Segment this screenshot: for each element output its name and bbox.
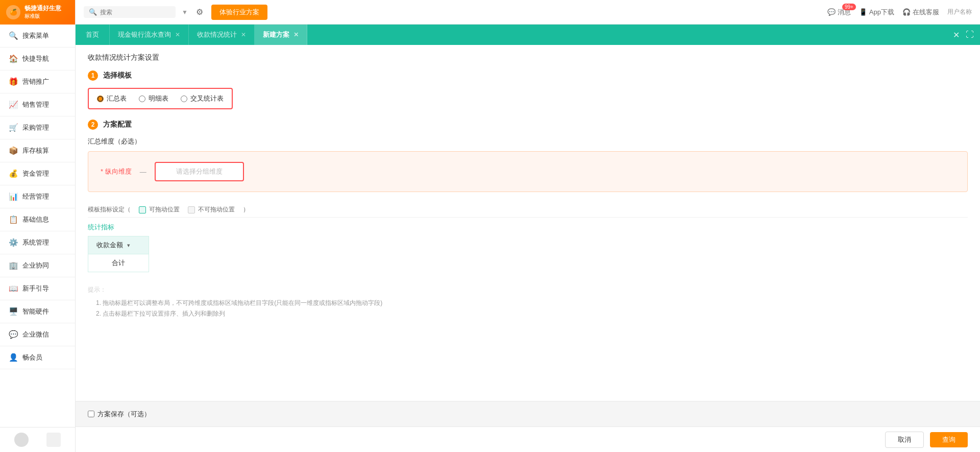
page-footer: 方案保存（可选） — [76, 401, 980, 426]
sidebar-item-marketing[interactable]: 🎁 营销推广 — [0, 70, 75, 93]
tab-close-all-button[interactable]: ✕ — [953, 30, 960, 40]
sidebar-item-system[interactable]: ⚙️ 系统管理 — [0, 231, 75, 254]
trial-button[interactable]: 体验行业方案 — [211, 5, 267, 20]
col-header-dropdown-icon[interactable]: ▾ — [127, 242, 130, 249]
sidebar-item-quicknav[interactable]: 🏠 快捷导航 — [0, 47, 75, 70]
sidebar-item-enterprise[interactable]: 🏢 企业协同 — [0, 254, 75, 277]
inventory-icon: 📦 — [8, 146, 18, 156]
page-content: 收款情况统计方案设置 1 选择模板 汇总表 明细表 — [76, 45, 980, 401]
template-selection-box: 汇总表 明细表 交叉统计表 — [88, 88, 233, 109]
section2-num: 2 — [88, 120, 98, 130]
tab-home[interactable]: 首页 — [76, 25, 110, 45]
tab-bank[interactable]: 现金银行流水查询 ✕ — [110, 25, 189, 45]
member-icon: 👤 — [8, 352, 18, 363]
sidebar-item-member[interactable]: 👤 畅会员 — [0, 346, 75, 369]
section1-title: 选择模板 — [103, 71, 132, 80]
no-drag-indicator: 不可拖动位置 — [188, 205, 235, 214]
chevron-down-icon[interactable]: ▼ — [182, 9, 188, 16]
enterprise-icon: 🏢 — [8, 260, 18, 271]
message-badge: 99+ — [842, 4, 856, 10]
tip1: 1. 拖动标题栏可以调整布局，不可跨维度或指标区域拖动栏目字段(只能在同一维度或… — [88, 298, 968, 309]
save-checkbox[interactable] — [88, 411, 94, 417]
tab-new-plan-close[interactable]: ✕ — [293, 31, 299, 38]
tab-new-plan[interactable]: 新建方案 ✕ — [255, 25, 307, 45]
purchase-icon: 🛒 — [8, 123, 18, 133]
search-icon: 🔍 — [8, 31, 18, 41]
metrics-col-header[interactable]: 收款金额 ▾ — [88, 236, 149, 254]
sidebar-item-finance[interactable]: 💰 资金管理 — [0, 162, 75, 185]
guide-icon: 📖 — [8, 283, 18, 294]
sidebar: 🍊 畅捷通好生意 标准版 🔍 搜索菜单 🏠 快捷导航 🎁 营销推广 📈 销售管理… — [0, 0, 76, 452]
dimension-select-box[interactable]: 请选择分组维度 — [155, 162, 244, 181]
metrics-cell-total: 合计 — [88, 254, 149, 272]
dimension-row: * 纵向维度 — 请选择分组维度 — [101, 162, 955, 181]
tip2: 2. 点击标题栏下拉可设置排序、插入列和删除列 — [88, 308, 968, 320]
no-drag-indicator-box — [188, 206, 195, 213]
draggable-indicator: 可拖动位置 — [139, 205, 180, 214]
tab-fullscreen-button[interactable]: ⛶ — [966, 30, 974, 39]
home-icon: 🏠 — [8, 54, 18, 64]
sidebar-item-inventory[interactable]: 📦 库存核算 — [0, 139, 75, 162]
save-checkbox-label[interactable]: 方案保存（可选） — [88, 410, 151, 419]
tips-section: 提示： 1. 拖动标题栏可以调整布局，不可跨维度或指标区域拖动栏目字段(只能在同… — [88, 284, 968, 320]
dimension-area: * 纵向维度 — 请选择分组维度 — [88, 151, 968, 192]
template-radio-summary[interactable] — [97, 96, 104, 102]
template-option-detail[interactable]: 明细表 — [139, 94, 168, 103]
search-icon: 🔍 — [89, 8, 97, 16]
tabbar-actions: ✕ ⛶ — [947, 25, 980, 45]
message-icon: 💬 — [827, 8, 836, 16]
operations-icon: 📊 — [8, 192, 18, 202]
tabbar: 首页 现金银行流水查询 ✕ 收款情况统计 ✕ 新建方案 ✕ ✕ ⛶ — [76, 25, 980, 45]
sidebar-item-basic[interactable]: 📋 基础信息 — [0, 208, 75, 231]
download-button[interactable]: 📱 App下载 — [859, 8, 894, 17]
logo-icon: 🍊 — [6, 5, 20, 19]
metrics-header: 模板指标设定（ 可拖动位置 不可拖动位置 ） — [88, 202, 968, 218]
tab-stats-close[interactable]: ✕ — [241, 31, 246, 38]
hardware-icon: 🖥️ — [8, 306, 18, 317]
template-option-cross[interactable]: 交叉统计表 — [181, 94, 224, 103]
marketing-icon: 🎁 — [8, 77, 18, 87]
sidebar-item-guide[interactable]: 📖 新手引导 — [0, 277, 75, 300]
sidebar-bottom — [0, 427, 75, 452]
cancel-button[interactable]: 取消 — [885, 432, 924, 448]
avatar2 — [46, 433, 61, 447]
avatar — [14, 433, 29, 447]
template-radio-detail[interactable] — [139, 96, 145, 102]
section1-header: 1 选择模板 — [88, 70, 968, 81]
sidebar-item-sales[interactable]: 📈 销售管理 — [0, 93, 75, 116]
action-bar: 取消 查询 — [76, 426, 980, 452]
logo: 🍊 畅捷通好生意 标准版 — [0, 0, 75, 25]
sidebar-item-wechat[interactable]: 💬 企业微信 — [0, 323, 75, 346]
content-area: 收款情况统计方案设置 1 选择模板 汇总表 明细表 — [76, 45, 980, 401]
sidebar-item-search[interactable]: 🔍 搜索菜单 — [0, 25, 75, 47]
wechat-icon: 💬 — [8, 329, 18, 340]
service-button[interactable]: 🎧 在线客服 — [902, 8, 939, 17]
dimension-subtitle: 汇总维度（必选） — [88, 137, 968, 146]
page-title: 收款情况统计方案设置 — [88, 53, 968, 62]
query-button[interactable]: 查询 — [930, 432, 968, 447]
service-icon: 🎧 — [902, 8, 911, 16]
sidebar-item-hardware[interactable]: 🖥️ 智能硬件 — [0, 300, 75, 323]
section1-num: 1 — [88, 70, 98, 81]
sales-icon: 📈 — [8, 100, 18, 110]
template-radio-cross[interactable] — [181, 96, 187, 102]
metrics-table: 收款金额 ▾ 合计 — [88, 236, 149, 272]
metrics-section: 模板指标设定（ 可拖动位置 不可拖动位置 ） 统计指标 — [88, 202, 968, 272]
download-icon: 📱 — [859, 8, 867, 16]
message-button[interactable]: 💬 消息 99+ — [827, 8, 851, 17]
tab-stats[interactable]: 收款情况统计 ✕ — [189, 25, 255, 45]
system-icon: ⚙️ — [8, 237, 18, 248]
topbar: 🔍 ▼ ⚙ 体验行业方案 💬 消息 99+ 📱 App下载 🎧 在线客服 用户名… — [76, 0, 980, 25]
sidebar-item-operations[interactable]: 📊 经营管理 — [0, 185, 75, 208]
tab-bank-close[interactable]: ✕ — [175, 31, 180, 38]
metrics-label: 统计指标 — [88, 223, 968, 232]
search-input[interactable] — [100, 9, 166, 16]
sidebar-item-purchase[interactable]: 🛒 采购管理 — [0, 116, 75, 139]
topbar-search-box: 🔍 — [84, 6, 176, 18]
template-option-summary[interactable]: 汇总表 — [97, 94, 127, 103]
vertical-dimension-label: * 纵向维度 — [101, 167, 132, 176]
section2-title: 方案配置 — [103, 120, 132, 129]
drag-indicator-box — [139, 206, 146, 213]
dimension-arrow: — — [140, 168, 146, 176]
settings-icon[interactable]: ⚙ — [194, 5, 205, 19]
